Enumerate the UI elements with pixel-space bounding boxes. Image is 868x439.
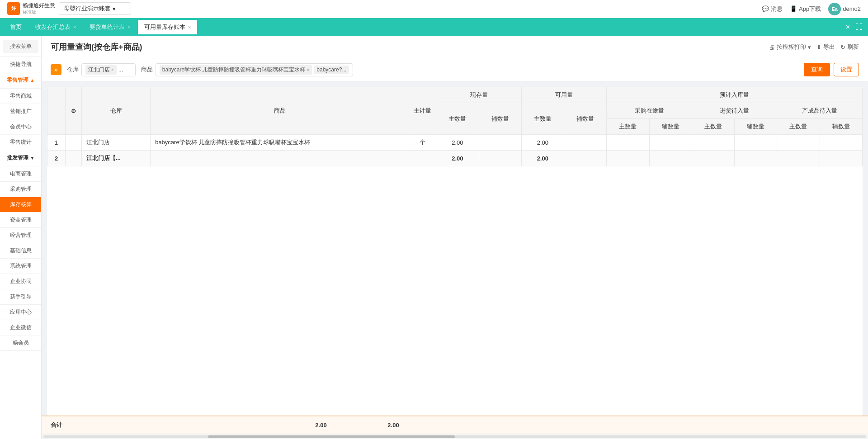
user-profile[interactable]: Ea demo2 bbox=[828, 3, 861, 15]
tab-available[interactable]: 可用量库存账本 × bbox=[138, 20, 197, 34]
th-index bbox=[47, 87, 66, 135]
product-tag1-remove[interactable]: × bbox=[307, 67, 310, 72]
filter-toggle-button[interactable]: » bbox=[51, 64, 61, 75]
scrollbar-thumb bbox=[208, 435, 455, 438]
page-actions: 🖨 按模板打印 ▾ ⬇ 导出 ↻ 刷新 bbox=[769, 43, 859, 51]
industry-selector[interactable]: 母婴行业演示账套 ▾ bbox=[59, 2, 131, 15]
th-available: 可用量 bbox=[521, 87, 607, 103]
header-right: 💬 消息 📱 App下载 Ea demo2 bbox=[762, 3, 861, 15]
nav-tabs-bar: 首页 收发存汇总表 × 要货单统计表 × 可用量库存账本 × × ⛶ bbox=[0, 18, 868, 36]
td-product-2 bbox=[151, 151, 409, 166]
sidebar-item-retail-stats[interactable]: 零售统计 bbox=[0, 135, 41, 150]
sidebar-item-basic-info[interactable]: 基础信息 bbox=[0, 243, 41, 259]
summary-row: 合计 2.00 2.00 bbox=[42, 415, 868, 434]
search-menu-button[interactable]: 搜索菜单 bbox=[3, 40, 38, 53]
sidebar-item-operation-mgmt[interactable]: 经营管理 bbox=[0, 228, 41, 243]
sidebar-item-new-guide[interactable]: 新手引导 bbox=[0, 289, 41, 305]
query-button[interactable]: 查询 bbox=[804, 63, 830, 76]
logo-text-block: 畅捷通好生意 标准版 bbox=[23, 2, 55, 15]
th-warehouse: 仓库 bbox=[82, 87, 151, 135]
app-download-button[interactable]: 📱 App下载 bbox=[790, 5, 821, 13]
sidebar-item-marketing[interactable]: 营销推广 bbox=[0, 104, 41, 119]
app-name: 畅捷通好生意 bbox=[23, 2, 55, 9]
fullscreen-button[interactable]: ⛶ bbox=[854, 21, 864, 33]
sidebar-item-retail-mgmt[interactable]: 零售管理 ▲ bbox=[0, 72, 41, 89]
td-fin-main bbox=[777, 135, 820, 151]
product-tag-container[interactable]: babycare学饮杯 儿童防摔防撞吸管杯重力球吸嘴杯宝宝水杯 × babyca… bbox=[156, 63, 354, 76]
th-fin-aux: 辅数量 bbox=[820, 119, 862, 135]
td-fin-aux-2 bbox=[820, 151, 862, 166]
table-group-row: 2 江北门店【... 2.00 2.00 bbox=[47, 151, 863, 166]
export-button[interactable]: ⬇ 导出 bbox=[816, 43, 835, 51]
product-filter: 商品 babycare学饮杯 儿童防摔防撞吸管杯重力球吸嘴杯宝宝水杯 × bab… bbox=[141, 63, 354, 76]
td-stock-aux bbox=[479, 135, 521, 151]
warehouse-filter-label: 仓库 bbox=[67, 66, 79, 74]
sidebar-item-enterprise-collab[interactable]: 企业协同 bbox=[0, 274, 41, 289]
sidebar-item-app-center[interactable]: 应用中心 bbox=[0, 305, 41, 320]
tab-close-receive[interactable]: × bbox=[73, 24, 76, 30]
filter-row: » 仓库 江北门店 × ... 商品 babycare学饮杯 儿童防摔防撞吸管杯… bbox=[42, 58, 868, 81]
bottom-scrollbar[interactable] bbox=[42, 434, 868, 439]
print-icon: 🖨 bbox=[769, 44, 775, 51]
td-stock-main-2: 2.00 bbox=[436, 151, 479, 166]
sidebar-item-finance-mgmt[interactable]: 资金管理 bbox=[0, 212, 41, 228]
product-tag-1: babycare学饮杯 儿童防摔防撞吸管杯重力球吸嘴杯宝宝水杯 × bbox=[160, 65, 312, 75]
close-window-button[interactable]: × bbox=[844, 21, 852, 33]
message-button[interactable]: 💬 消息 bbox=[762, 5, 783, 13]
avatar: Ea bbox=[828, 3, 841, 15]
sidebar-item-wholesale-mgmt[interactable]: 批发管理 ▼ bbox=[0, 150, 41, 166]
th-inc-main: 主数量 bbox=[692, 119, 734, 135]
sidebar-item-system-mgmt[interactable]: 系统管理 bbox=[0, 259, 41, 274]
main-layout: 搜索菜单 零售管理 快捷导航 零售管理 ▲ 零售商城 营销推广 会员中心 零售统… bbox=[0, 36, 868, 439]
summary-avail-main: 2.00 bbox=[375, 422, 411, 429]
td-pur-aux bbox=[649, 135, 692, 151]
th-avail-main: 主数量 bbox=[521, 103, 564, 135]
chevron-down-icon: ▼ bbox=[30, 156, 35, 160]
sidebar-item-ecommerce-mgmt[interactable]: 电商管理 bbox=[0, 166, 41, 182]
summary-stock-main: 2.00 bbox=[303, 422, 339, 429]
td-avail-aux bbox=[564, 135, 607, 151]
chevron-up-icon: ▲ bbox=[30, 78, 35, 83]
tab-close-order[interactable]: × bbox=[127, 24, 130, 30]
td-index-2: 2 bbox=[47, 151, 66, 166]
td-settings-2 bbox=[66, 151, 82, 166]
product-tag-2: babycare?... bbox=[314, 66, 349, 74]
print-button[interactable]: 🖨 按模板打印 ▾ bbox=[769, 43, 811, 51]
sidebar-item-member[interactable]: 畅会员 bbox=[0, 335, 41, 351]
tab-order[interactable]: 要货单统计表 × bbox=[83, 20, 137, 34]
warehouse-filter: 仓库 江北门店 × ... bbox=[67, 63, 136, 76]
sidebar-item-inventory-check[interactable]: 库存核算 bbox=[0, 197, 41, 212]
warehouse-tag-remove[interactable]: × bbox=[111, 67, 114, 72]
table-container: ⚙ 仓库 商品 主计量 现存量 可用量 预计入库量 主数量 辅数量 主数量 辅数… bbox=[47, 87, 863, 415]
td-inc-aux-2 bbox=[735, 151, 777, 166]
tab-close-available[interactable]: × bbox=[188, 24, 191, 30]
sidebar-item-enterprise-wechat[interactable]: 企业微信 bbox=[0, 320, 41, 335]
warehouse-tag: 江北门店 × bbox=[85, 65, 117, 75]
sidebar-item-member-center[interactable]: 会员中心 bbox=[0, 119, 41, 135]
refresh-icon: ↻ bbox=[840, 44, 845, 51]
sidebar-item-quick-nav[interactable]: 快捷导航 bbox=[0, 57, 41, 72]
sidebar-item-retail-mall[interactable]: 零售商城 bbox=[0, 89, 41, 104]
table-row: 1 江北门店 babycare学饮杯 儿童防摔防撞吸管杯重力球吸嘴杯宝宝水杯 个… bbox=[47, 135, 863, 151]
warehouse-ellipsis[interactable]: ... bbox=[118, 66, 123, 73]
td-unit: 个 bbox=[409, 135, 436, 151]
page-title-row: 可用量查询(按仓库+商品) 🖨 按模板打印 ▾ ⬇ 导出 ↻ 刷新 bbox=[51, 42, 859, 52]
th-finished-pending: 产成品待入量 bbox=[777, 103, 863, 119]
tab-home[interactable]: 首页 bbox=[4, 20, 28, 34]
settings-button[interactable]: 设置 bbox=[834, 63, 859, 76]
tab-receive[interactable]: 收发存汇总表 × bbox=[29, 20, 82, 34]
td-fin-main-2 bbox=[777, 151, 820, 166]
app-logo-icon: 好 bbox=[7, 2, 20, 15]
td-inc-main bbox=[692, 135, 734, 151]
sidebar-item-purchase-mgmt[interactable]: 采购管理 bbox=[0, 182, 41, 197]
td-product: babycare学饮杯 儿童防摔防撞吸管杯重力球吸嘴杯宝宝水杯 bbox=[151, 135, 409, 151]
refresh-button[interactable]: ↻ 刷新 bbox=[840, 43, 859, 51]
header-left: 好 畅捷通好生意 标准版 母婴行业演示账套 ▾ bbox=[7, 2, 131, 15]
inventory-table: ⚙ 仓库 商品 主计量 现存量 可用量 预计入库量 主数量 辅数量 主数量 辅数… bbox=[47, 87, 863, 166]
th-incoming-pending: 进货待入量 bbox=[692, 103, 777, 119]
product-filter-label: 商品 bbox=[141, 66, 153, 74]
sidebar: 搜索菜单 零售管理 快捷导航 零售管理 ▲ 零售商城 营销推广 会员中心 零售统… bbox=[0, 36, 42, 439]
td-pur-main-2 bbox=[607, 151, 649, 166]
td-settings bbox=[66, 135, 82, 151]
warehouse-tag-container[interactable]: 江北门店 × ... bbox=[81, 63, 136, 76]
